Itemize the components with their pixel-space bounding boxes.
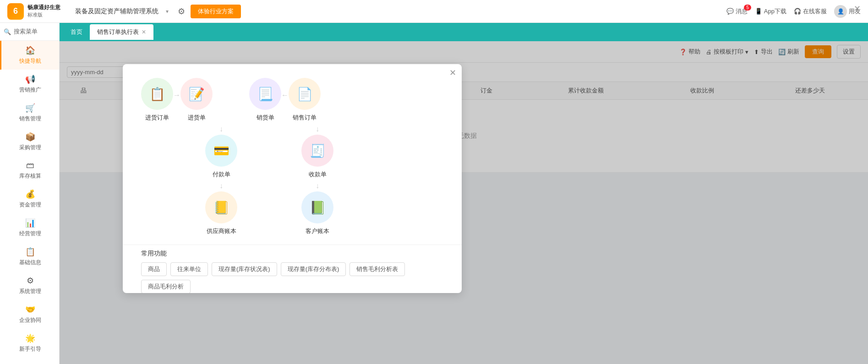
marketing-icon: 📢 xyxy=(25,74,35,84)
finance-label: 资金管理 xyxy=(19,201,41,209)
purchase-order-node: 📋 进货订单 xyxy=(141,78,173,122)
newbie-label: 新手引导 xyxy=(19,345,41,353)
modal-box: ✕ 📋 进货订单 xyxy=(123,64,462,293)
arrow-purchase: → xyxy=(173,91,180,109)
avatar: 👤 xyxy=(834,5,847,18)
system-icon: ⚙ xyxy=(27,276,34,286)
content-body: ❓ 帮助 🖨 按模板打印 ▾ ⬆ 导出 🔄 刷新 xyxy=(60,41,868,364)
page-area: 首页 销售订单执行表 ✕ ✕ ❓ 帮助 🖨 按模板打印 xyxy=(60,23,868,364)
top-bar-right: 💬 消息 5 📱 App下载 🎧 在线客服 👤 用友 xyxy=(726,5,861,18)
arrow-down-payment: ↓ xyxy=(219,124,223,135)
message-badge: 5 xyxy=(744,5,751,11)
download-icon: 📱 xyxy=(755,8,762,15)
message-button[interactable]: 💬 消息 5 xyxy=(726,7,748,16)
logo-area: 6 畅康通好生意 标准版 xyxy=(7,3,62,20)
newbie-icon: 🌟 xyxy=(25,333,35,343)
system-dropdown-icon[interactable]: ▾ xyxy=(166,8,169,15)
sales-slip-label: 销货单 xyxy=(257,114,274,122)
sidebar-item-enterprise[interactable]: 🤝 企业协同 xyxy=(0,300,59,329)
sidebar-item-quick-nav[interactable]: 🏠 快捷导航 xyxy=(0,41,59,70)
main-content: 🔍 搜索菜单 🏠 快捷导航 📢 营销推广 🛒 销售管理 📦 采购管理 🗃 xyxy=(0,23,868,364)
settings-icon[interactable]: ⚙ xyxy=(178,6,185,16)
btn-product-gross-analysis[interactable]: 商品毛利分析 xyxy=(141,280,191,293)
sidebar-item-system[interactable]: ⚙ 系统管理 xyxy=(0,271,59,300)
tab-home[interactable]: 首页 xyxy=(63,24,90,40)
sidebar-item-basic-info[interactable]: 📋 基础信息 xyxy=(0,242,59,271)
sales-order-node: 📄 销售订单 xyxy=(289,78,321,122)
logo-icon: 6 xyxy=(7,3,24,20)
service-icon: 🎧 xyxy=(794,8,801,15)
purchase-slip-icon: 📝 xyxy=(180,78,213,110)
btn-counterpart[interactable]: 往来单位 xyxy=(170,262,208,276)
sidebar-item-finance[interactable]: 💰 资金管理 xyxy=(0,185,59,213)
purchase-order-icon: 📋 xyxy=(141,78,173,110)
finance-icon: 💰 xyxy=(25,189,35,199)
enterprise-icon: 🤝 xyxy=(25,304,35,315)
btn-current-stock-status[interactable]: 现存量(库存状况表) xyxy=(212,262,277,276)
online-service-button[interactable]: 🎧 在线客服 xyxy=(794,7,827,16)
sidebar-item-sales[interactable]: 🛒 销售管理 xyxy=(0,98,59,127)
basic-info-icon: 📋 xyxy=(25,247,35,257)
sidebar-item-marketing[interactable]: 📢 营销推广 xyxy=(0,70,59,98)
arrow-sales: ← xyxy=(281,91,289,109)
purchase-slip-label: 进货单 xyxy=(188,114,206,122)
receipt-slip-node: 🧾 收款单 xyxy=(301,135,333,179)
trial-button[interactable]: 体验行业方案 xyxy=(191,5,241,18)
sales-label: 销售管理 xyxy=(19,115,41,123)
arrow-down-supplier: ↓ xyxy=(219,180,223,191)
modal-close-button[interactable]: ✕ xyxy=(449,68,456,78)
common-section: 常用功能 商品 往来单位 现存量(库存状况表) 现存量(库存分布表) 销售毛利分… xyxy=(123,244,462,293)
btn-current-stock-dist[interactable]: 现存量(库存分布表) xyxy=(281,262,346,276)
arrow-down-receipt: ↓ xyxy=(316,124,319,135)
search-icon: 🔍 xyxy=(4,28,11,35)
logo-edition: 标准版 xyxy=(27,12,43,17)
operations-label: 经营管理 xyxy=(19,230,41,238)
logo-name: 畅康通好生意 xyxy=(27,4,60,11)
tab-sales-order[interactable]: 销售订单执行表 ✕ xyxy=(90,24,153,40)
app-download-label: App下载 xyxy=(764,7,786,16)
enterprise-label: 企业协同 xyxy=(19,316,41,324)
btn-product[interactable]: 商品 xyxy=(141,262,167,276)
online-service-label: 在线客服 xyxy=(803,7,827,16)
sidebar-item-operations[interactable]: 📊 经营管理 xyxy=(0,213,59,242)
payment-slip-label: 付款单 xyxy=(213,170,230,179)
purchase-label: 采购管理 xyxy=(19,144,41,152)
sales-order-label: 销售订单 xyxy=(293,114,317,122)
modal-overlay: ✕ 📋 进货订单 xyxy=(60,41,868,364)
customer-ledger-node: 📗 客户账本 xyxy=(301,191,333,235)
receipt-slip-label: 收款单 xyxy=(309,170,327,179)
common-functions-title: 常用功能 xyxy=(141,250,443,258)
quick-nav-label: 快捷导航 xyxy=(19,57,41,65)
sidebar: 🔍 搜索菜单 🏠 快捷导航 📢 营销推广 🛒 销售管理 📦 采购管理 🗃 xyxy=(0,23,60,364)
search-label: 搜索菜单 xyxy=(14,27,38,36)
btn-sales-gross-analysis[interactable]: 销售毛利分析表 xyxy=(349,262,405,276)
sidebar-item-purchase[interactable]: 📦 采购管理 xyxy=(0,127,59,156)
system-label: 系统管理 xyxy=(19,288,41,295)
supplier-ledger-node: 📒 供应商账本 xyxy=(205,191,237,235)
arrow-down-customer: ↓ xyxy=(316,180,319,191)
sales-order-icon: 📄 xyxy=(289,78,321,110)
app-wrapper: 6 畅康通好生意 标准版 装备及固定资产辅助管理系统 ▾ ⚙ 体验行业方案 💬 … xyxy=(0,0,868,364)
basic-info-label: 基础信息 xyxy=(19,259,41,266)
sidebar-search[interactable]: 🔍 搜索菜单 xyxy=(0,23,59,41)
tab-bar: 首页 销售订单执行表 ✕ ✕ xyxy=(60,23,868,41)
message-icon: 💬 xyxy=(726,8,734,15)
operations-icon: 📊 xyxy=(25,218,35,228)
common-buttons: 商品 往来单位 现存量(库存状况表) 现存量(库存分布表) 销售毛利分析表 商品… xyxy=(141,262,443,293)
purchase-icon: 📦 xyxy=(25,132,35,142)
sales-slip-node: 📃 销货单 xyxy=(249,78,281,122)
quick-nav-icon: 🏠 xyxy=(25,45,35,55)
inventory-label: 库存核算 xyxy=(19,172,41,180)
tab-close-icon[interactable]: ✕ xyxy=(142,29,146,35)
purchase-slip-node: 📝 进货单 xyxy=(180,78,213,122)
sidebar-item-inventory[interactable]: 🗃 库存核算 xyxy=(0,156,59,185)
app-download-button[interactable]: 📱 App下载 xyxy=(755,7,786,16)
payment-slip-icon: 💳 xyxy=(205,135,237,167)
customer-ledger-label: 客户账本 xyxy=(306,227,329,235)
supplier-ledger-label: 供应商账本 xyxy=(207,227,236,235)
sidebar-item-newbie[interactable]: 🌟 新手引导 xyxy=(0,329,59,358)
sales-icon: 🛒 xyxy=(25,103,35,113)
flow-section: 📋 进货订单 → 📝 进货单 xyxy=(123,64,462,244)
logo-text: 畅康通好生意 标准版 xyxy=(27,4,60,18)
receipt-slip-icon: 🧾 xyxy=(301,135,333,167)
